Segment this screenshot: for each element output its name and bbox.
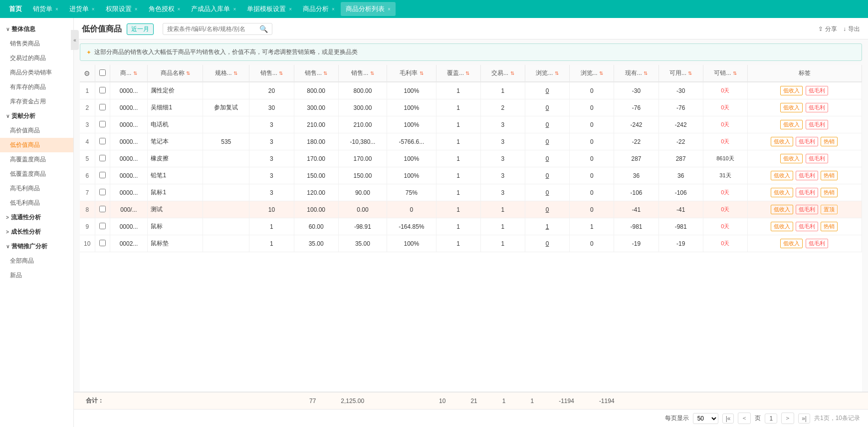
select-all-checkbox[interactable] — [99, 69, 106, 76]
first-page-button[interactable]: |« — [722, 414, 734, 424]
col-saleable[interactable]: 可销... ⇅ — [703, 65, 747, 82]
browse1-link[interactable]: 0 — [546, 138, 549, 145]
col-browse2[interactable]: 浏览... ⇅ — [570, 65, 614, 82]
browse1-link[interactable]: 1 — [546, 223, 549, 230]
col-sales-amount[interactable]: 销售... ⇅ — [294, 65, 338, 82]
sidebar-item-交易过的商品[interactable]: 交易过的商品 — [0, 51, 73, 65]
tag-low-income: 低收入 — [771, 205, 793, 214]
col-gross-rate[interactable]: 毛利率 ⇅ — [387, 65, 436, 82]
sidebar-group-整体信息[interactable]: ∨整体信息 — [0, 22, 73, 36]
row-browse1[interactable]: 0 — [525, 184, 569, 201]
row-browse1[interactable]: 0 — [525, 99, 569, 116]
browse1-link[interactable]: 0 — [546, 189, 549, 196]
sidebar-group-流通性分析[interactable]: >流通性分析 — [0, 210, 73, 225]
close-icon[interactable]: × — [135, 6, 138, 12]
nav-item-权限设置[interactable]: 权限设置× — [101, 2, 143, 16]
col-code[interactable]: 商... ⇅ — [110, 65, 148, 82]
row-browse1[interactable]: 0 — [525, 167, 569, 184]
col-sales-qty[interactable]: 销售... ⇅ — [249, 65, 294, 82]
col-coverage[interactable]: 覆盖... ⇅ — [436, 65, 480, 82]
nav-item-商品分析列表[interactable]: 商品分析列表× — [341, 2, 396, 16]
table-wrap[interactable]: ⚙ 商... ⇅ 商品名称 ⇅ 规格... ⇅ 销售... ⇅ 销售... ⇅ … — [80, 65, 862, 392]
row-checkbox[interactable] — [99, 189, 106, 195]
row-checkbox[interactable] — [99, 138, 106, 144]
close-icon[interactable]: × — [92, 6, 95, 12]
prev-page-button[interactable]: ＜ — [738, 413, 751, 424]
row-price: 90.00 — [338, 184, 387, 201]
browse1-link[interactable]: 0 — [546, 87, 549, 94]
page-size-select[interactable]: 50 100 200 — [693, 413, 718, 424]
sidebar-item-低价值商品[interactable]: 低价值商品 — [0, 138, 73, 152]
row-checkbox[interactable] — [99, 206, 106, 212]
sidebar-item-商品分类动销率[interactable]: 商品分类动销率 — [0, 65, 73, 80]
sidebar-item-新品[interactable]: 新品 — [0, 268, 73, 283]
row-browse1[interactable]: 0 — [525, 150, 569, 167]
search-input[interactable] — [167, 25, 259, 32]
sidebar-item-销售类商品[interactable]: 销售类商品 — [0, 36, 73, 51]
nav-item-进货单[interactable]: 进货单× — [64, 2, 100, 16]
row-price: 0.00 — [338, 201, 387, 218]
browse1-link[interactable]: 0 — [546, 121, 549, 128]
sidebar-item-高价值商品[interactable]: 高价值商品 — [0, 123, 73, 138]
browse1-link[interactable]: 0 — [546, 240, 549, 247]
browse1-link[interactable]: 0 — [546, 172, 549, 179]
close-icon[interactable]: × — [332, 6, 335, 12]
row-browse1[interactable]: 0 — [525, 116, 569, 133]
row-browse1[interactable]: 1 — [525, 218, 569, 235]
row-checkbox[interactable] — [99, 172, 106, 178]
row-browse1[interactable]: 0 — [525, 235, 569, 252]
sidebar-collapse-button[interactable]: « — [71, 30, 79, 50]
nav-item-单据模板设置[interactable]: 单据模板设置× — [242, 2, 297, 16]
sidebar-group-贡献分析[interactable]: ∨贡献分析 — [0, 109, 73, 123]
nav-item-商品分析[interactable]: 商品分析× — [298, 2, 340, 16]
close-icon[interactable]: × — [55, 6, 58, 12]
row-browse1[interactable]: 0 — [525, 82, 569, 99]
row-checkbox[interactable] — [99, 121, 106, 127]
col-gear[interactable]: ⚙ — [80, 65, 95, 82]
sidebar-group-营销推广分析[interactable]: ∨营销推广分析 — [0, 239, 73, 254]
row-checkbox[interactable] — [99, 104, 106, 110]
time-badge[interactable]: 近一月 — [127, 23, 154, 35]
browse1-link[interactable]: 0 — [546, 104, 549, 111]
nav-item-首页[interactable]: 首页 — [4, 2, 27, 16]
last-page-button[interactable]: »| — [798, 414, 810, 424]
search-icon[interactable]: 🔍 — [259, 25, 268, 33]
sidebar-group-成长性分析[interactable]: >成长性分析 — [0, 225, 73, 239]
close-icon[interactable]: × — [178, 6, 181, 12]
sidebar-item-低毛利商品[interactable]: 低毛利商品 — [0, 196, 73, 210]
nav-item-角色授权[interactable]: 角色授权× — [144, 2, 186, 16]
col-trade[interactable]: 交易... ⇅ — [480, 65, 525, 82]
next-page-button[interactable]: ＞ — [781, 413, 794, 424]
col-spec[interactable]: 规格... ⇅ — [203, 65, 249, 82]
close-icon[interactable]: × — [233, 6, 236, 12]
sidebar-item-全部商品[interactable]: 全部商品 — [0, 254, 73, 268]
col-usable[interactable]: 可用... ⇅ — [658, 65, 703, 82]
row-browse1[interactable]: 0 — [525, 201, 569, 218]
row-checkbox[interactable] — [99, 155, 106, 161]
row-browse2: 0 — [570, 184, 614, 201]
export-button[interactable]: ↓ 导出 — [843, 25, 860, 33]
browse1-link[interactable]: 0 — [546, 155, 549, 162]
row-spec — [203, 150, 249, 167]
browse1-link[interactable]: 0 — [546, 206, 549, 213]
col-browse1[interactable]: 浏览... ⇅ — [525, 65, 569, 82]
col-name[interactable]: 商品名称 ⇅ — [148, 65, 203, 82]
row-browse1[interactable]: 0 — [525, 133, 569, 150]
row-checkbox[interactable] — [99, 240, 106, 246]
sidebar-item-有库存的商品[interactable]: 有库存的商品 — [0, 80, 73, 94]
sidebar-item-高毛利商品[interactable]: 高毛利商品 — [0, 181, 73, 196]
share-button[interactable]: ⇪ 分享 — [818, 25, 837, 33]
close-icon[interactable]: × — [289, 6, 292, 12]
gear-icon[interactable]: ⚙ — [84, 69, 90, 77]
row-checkbox[interactable] — [99, 87, 106, 93]
col-sales-price[interactable]: 销售... ⇅ — [338, 65, 387, 82]
sidebar-item-低覆盖度商品[interactable]: 低覆盖度商品 — [0, 167, 73, 181]
col-stock[interactable]: 现有... ⇅ — [614, 65, 658, 82]
row-checkbox[interactable] — [99, 223, 106, 229]
sidebar-item-高覆盖度商品[interactable]: 高覆盖度商品 — [0, 152, 73, 167]
nav-item-销货单[interactable]: 销货单× — [28, 2, 63, 16]
close-icon[interactable]: × — [388, 6, 391, 12]
nav-item-产成品入库单[interactable]: 产成品入库单× — [186, 2, 241, 16]
sidebar-item-库存资金占用[interactable]: 库存资金占用 — [0, 94, 73, 109]
row-index: 1 — [80, 82, 95, 99]
